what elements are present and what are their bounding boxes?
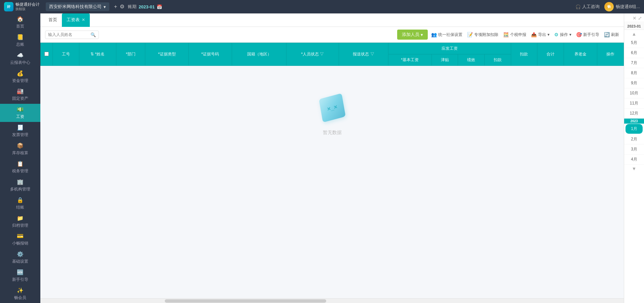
month-item-8[interactable]: 8月 xyxy=(624,68,644,78)
name-header[interactable]: ⇅ *姓名 xyxy=(79,43,116,66)
salary-group-header: 应发工资 xyxy=(388,43,511,54)
panel-period-header: 2023-01 xyxy=(624,21,644,30)
year-badge: 2023 xyxy=(624,119,644,124)
sidebar-item-label: 云报表中心 xyxy=(10,60,30,66)
fund-icon: 💰 xyxy=(17,70,24,77)
top-bar-actions: + ⚙ xyxy=(114,4,124,9)
special-deduct-icon: 📝 xyxy=(467,32,473,37)
new-guide-btn[interactable]: 🎯 新手引导 xyxy=(576,32,599,38)
user-area[interactable]: 畅 畅捷通B组... xyxy=(604,2,640,11)
month-item-12[interactable]: 12月 xyxy=(624,109,644,119)
calendar-icon[interactable]: 📅 xyxy=(157,4,162,9)
month-item-7[interactable]: 7月 xyxy=(624,58,644,68)
month-item-5[interactable]: 5月 xyxy=(624,38,644,48)
month-item-2[interactable]: 2月 xyxy=(624,134,644,144)
sidebar: 🏠 首页 📒 总账 ☁️ 云报表中心 💰 资金管理 🏭 固定资产 💵 工资 🧾 … xyxy=(0,13,40,303)
tab-salary-table[interactable]: 工资表 ✕ xyxy=(62,13,90,27)
operations-header: 操作 xyxy=(597,43,624,66)
checkbox-header[interactable] xyxy=(41,43,53,66)
sidebar-item-cloud-report[interactable]: ☁️ 云报表中心 xyxy=(0,50,40,68)
tax-declare-btn[interactable]: 🧮 个税申报 xyxy=(503,32,526,38)
month-item-3[interactable]: 3月 xyxy=(624,144,644,155)
tab-bar: 首页 工资表 ✕ xyxy=(40,13,624,27)
month-panel: ✕ ⤢ 2023-01 ▲ 5月 6月 7月 8月 9月 10月 11月 12月… xyxy=(624,13,644,303)
month-item-11[interactable]: 11月 xyxy=(624,98,644,109)
select-all-checkbox[interactable] xyxy=(44,52,49,56)
invoice-icon: 🧾 xyxy=(17,124,24,131)
period-label: 账期 xyxy=(128,4,137,10)
expense-icon: 💳 xyxy=(17,233,24,239)
deduct-header: 扣款 xyxy=(511,43,537,66)
sidebar-item-label: 工资 xyxy=(16,114,24,120)
search-icon[interactable]: 🔍 xyxy=(90,32,96,37)
sidebar-item-home[interactable]: 🏠 首页 xyxy=(0,13,40,32)
month-item-4[interactable]: 4月 xyxy=(624,155,644,165)
add-person-button[interactable]: 添加人员 ▾ xyxy=(397,30,428,40)
performance-header: 绩效 xyxy=(458,54,485,66)
tax-declare-icon: 🧮 xyxy=(503,32,509,37)
service-button[interactable]: 🎧 人工咨询 xyxy=(575,4,600,10)
sidebar-item-new-guide[interactable]: 🆕 新手引导 xyxy=(0,267,40,285)
sidebar-item-vip[interactable]: ✨ 畅会员 xyxy=(0,285,40,303)
avatar: 畅 xyxy=(604,2,614,11)
content-area: 首页 工资表 ✕ 🔍 添加人员 ▾ 👥 统一社保设置 xyxy=(40,13,624,303)
employee-id-header: 工号 xyxy=(53,43,79,66)
operations-icon: ⚙ xyxy=(554,32,559,37)
sidebar-item-settings[interactable]: ⚙️ 基础设置 xyxy=(0,249,40,267)
sidebar-item-expense[interactable]: 💳 小畅报销 xyxy=(0,231,40,249)
tab-home-label: 首页 xyxy=(48,17,57,23)
sidebar-item-fixed-asset[interactable]: 🏭 固定资产 xyxy=(0,86,40,104)
month-nav-down-button[interactable]: ▼ xyxy=(624,165,644,173)
refresh-btn[interactable]: 🔄 刷新 xyxy=(604,32,619,38)
app-logo: 好 畅捷通好会计 旗舰版 xyxy=(4,2,44,11)
add-person-label: 添加人员 xyxy=(402,32,419,38)
settings-button[interactable]: ⚙ xyxy=(120,4,124,9)
sidebar-item-tax[interactable]: 📋 税务管理 xyxy=(0,158,40,176)
empty-icon xyxy=(317,93,347,123)
export-chevron-icon: ▾ xyxy=(547,32,550,37)
scrollbar-thumb[interactable] xyxy=(165,299,326,303)
multi-org-icon: 🏢 xyxy=(17,179,24,185)
month-nav-up-button[interactable]: ▲ xyxy=(624,30,644,38)
sidebar-item-archive[interactable]: 📁 归档管理 xyxy=(0,213,40,231)
month-item-1-active[interactable]: 1月 xyxy=(626,124,643,134)
staff-status-header[interactable]: *人员状态 ▽ xyxy=(287,43,339,66)
sidebar-item-ledger[interactable]: 📒 总账 xyxy=(0,32,40,50)
username: 畅捷通B组... xyxy=(616,4,640,10)
sidebar-item-inventory[interactable]: 📦 库存核算 xyxy=(0,140,40,158)
month-item-9[interactable]: 9月 xyxy=(624,78,644,88)
logo-icon: 好 xyxy=(4,2,13,11)
company-selector[interactable]: 西安虾米网络科技有限公司 ▾ xyxy=(46,2,109,11)
sidebar-item-invoice[interactable]: 🧾 发票管理 xyxy=(0,122,40,140)
sidebar-item-salary[interactable]: 💵 工资 xyxy=(0,104,40,122)
export-btn[interactable]: 📤 导出 ▾ xyxy=(531,32,550,38)
period-value: 2023-01 xyxy=(139,4,155,9)
social-security-btn[interactable]: 👥 统一社保设置 xyxy=(431,32,462,38)
month-item-10[interactable]: 10月 xyxy=(624,88,644,98)
social-security-icon: 👥 xyxy=(431,32,437,37)
sidebar-item-closing[interactable]: 🔒 结账 xyxy=(0,194,40,213)
special-deduct-btn[interactable]: 📝 专项附加扣除 xyxy=(467,32,498,38)
empty-text: 暂无数据 xyxy=(323,130,342,136)
search-input[interactable] xyxy=(48,32,88,37)
horizontal-scrollbar[interactable] xyxy=(40,298,624,303)
cert-no-header: *证据号码 xyxy=(189,43,232,66)
month-item-6[interactable]: 6月 xyxy=(624,48,644,58)
sidebar-item-label: 结账 xyxy=(16,205,24,210)
sidebar-item-multi-org[interactable]: 🏢 多机构管理 xyxy=(0,176,40,194)
add-company-button[interactable]: + xyxy=(114,4,117,9)
tab-close-button[interactable]: ✕ xyxy=(82,17,85,22)
operations-btn[interactable]: ⚙ 操作 ▾ xyxy=(554,32,571,38)
salary-table: 工号 ⇅ *姓名 *部门 *证据类型 *证据号码 国籍（地区） *人员状态 ▽ … xyxy=(40,43,624,163)
archive-icon: 📁 xyxy=(17,215,24,221)
export-icon: 📤 xyxy=(531,32,537,37)
sidebar-item-fund[interactable]: 💰 资金管理 xyxy=(0,68,40,86)
panel-close-button[interactable]: ✕ xyxy=(632,15,637,21)
tab-home[interactable]: 首页 xyxy=(44,13,62,27)
total-header: 合计 xyxy=(537,43,564,66)
settings-icon: ⚙️ xyxy=(17,251,24,257)
main-layout: 🏠 首页 📒 总账 ☁️ 云报表中心 💰 资金管理 🏭 固定资产 💵 工资 🧾 … xyxy=(0,13,644,303)
report-status-header[interactable]: 报送状态 ▽ xyxy=(339,43,388,66)
pension-header: 养老金 xyxy=(564,43,597,66)
panel-expand-button[interactable]: ⤢ xyxy=(637,15,643,21)
